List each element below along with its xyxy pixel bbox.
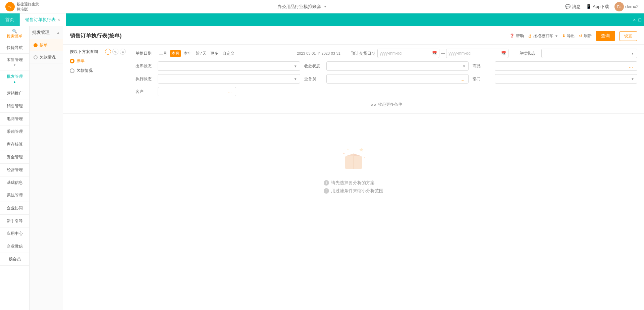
scheme-item-anpai[interactable]: 按单 — [70, 57, 126, 64]
collapse-scheme-btn[interactable]: « — [120, 49, 126, 55]
goods-dots[interactable]: ... — [628, 63, 634, 69]
svg-point-5 — [364, 157, 365, 158]
filter-row-2: 出库状态 ▼ 收款状态 ▼ — [136, 61, 637, 71]
last7days-btn[interactable]: 近7天 — [195, 51, 208, 56]
order-status-dropdown-icon: ▼ — [631, 52, 634, 55]
print-btn[interactable]: 🖨 按模板打印 ▼ — [528, 33, 558, 39]
sidebar-item-basic[interactable]: 基础信息 — [0, 176, 29, 189]
message-icon: 💬 — [565, 4, 571, 9]
sub-sidebar-collapse-icon[interactable]: ▲ — [56, 31, 60, 35]
sidebar-item-newuser[interactable]: 新手引导 — [0, 215, 29, 227]
order-status-label: 单据状态 — [519, 51, 539, 56]
tab-nav: 首页 销售订单执行表 × × □ — [0, 13, 644, 26]
sidebar-item-purchase[interactable]: 采购管理 — [0, 125, 29, 138]
sidebar-item-member[interactable]: 畅会员 — [0, 253, 29, 266]
svg-point-6 — [347, 149, 348, 150]
date-label: 单据日期 — [136, 51, 156, 56]
sidebar-item-enterprise[interactable]: 企业协同 — [0, 202, 29, 215]
date-to-input[interactable]: yyyy-mm-dd 📅 — [446, 49, 508, 58]
more-btn[interactable]: 更多 — [209, 51, 220, 56]
calendar-icon-2: 📅 — [501, 51, 506, 56]
content-area: 销售订单执行表(按单) ❓ 帮助 🖨 按模板打印 ▼ ⬇ 导出 — [63, 26, 644, 310]
collapse-filter-btn[interactable]: ∧∧ 收起更多条件 — [136, 100, 637, 109]
industry-selector[interactable]: 办公用品行业模拟账套 ▼ — [277, 4, 327, 10]
add-scheme-btn[interactable]: + — [105, 49, 111, 55]
filter-salesman-field: 业务员 ... — [304, 74, 469, 84]
qiankuan-icon — [34, 55, 38, 59]
page-content: 销售订单执行表(按单) ❓ 帮助 🖨 按模板打印 ▼ ⬇ 导出 — [63, 26, 644, 310]
this-month-btn[interactable]: 本月 — [170, 50, 181, 57]
tab-sales-exec[interactable]: 销售订单执行表 × — [20, 13, 66, 26]
scheme-item-qiankuan[interactable]: 欠款情况 — [70, 67, 126, 74]
filter-date-field: 单据日期 上月 本月 本年 近7天 更多 自定义 — [136, 50, 293, 57]
avatar: Ea — [614, 2, 624, 11]
tab-home[interactable]: 首页 — [0, 13, 20, 26]
sidebar-item-appstore[interactable]: 应用中心 — [0, 227, 29, 240]
dept-select[interactable]: ▼ — [495, 74, 637, 84]
filter-fields: 单据日期 上月 本月 本年 近7天 更多 自定义 2023-03-01 至 20… — [130, 49, 637, 109]
download-icon: 📱 — [586, 4, 591, 9]
search-icon: 🔍 — [12, 29, 17, 34]
sidebar-item-system[interactable]: 系统管理 — [0, 189, 29, 202]
tab-close-btn[interactable]: × — [633, 17, 636, 22]
sidebar-item-marketing[interactable]: 营销推广 — [0, 87, 29, 100]
export-icon: ⬇ — [562, 34, 566, 38]
setting-btn[interactable]: 设置 — [619, 31, 637, 41]
print-dropdown-icon: ▼ — [555, 34, 558, 38]
ship-status-select[interactable]: ▼ — [158, 61, 300, 71]
customer-dots[interactable]: ... — [226, 89, 233, 94]
customer-select[interactable]: ... — [158, 87, 236, 96]
tip-num-2: 2 — [324, 188, 329, 194]
filter-order-status-field: 单据状态 ▼ — [519, 49, 637, 58]
filter-customer-field: 客户 ... — [136, 87, 236, 96]
user-menu[interactable]: Ea demo2 — [614, 2, 639, 11]
sidebar-item-inventory[interactable]: 库存核算 — [0, 138, 29, 151]
filter-row-4: 客户 ... — [136, 87, 637, 96]
page-title: 销售订单执行表(按单) — [70, 33, 122, 40]
sidebar-item-sales[interactable]: 销售管理 — [0, 100, 29, 113]
date-from-input[interactable]: yyyy-mm-dd 📅 — [377, 49, 440, 58]
filter-scheme-header: 按以下方案查询 + ✎ « — [70, 49, 126, 55]
empty-tip-1: 1 请先选择要分析的方案 — [324, 180, 383, 186]
query-btn[interactable]: 查询 — [596, 31, 615, 41]
message-btn[interactable]: 💬 消息 — [565, 4, 581, 10]
this-year-btn[interactable]: 本年 — [182, 51, 193, 56]
sub-sidebar-item-anpai[interactable]: 按单 — [30, 39, 63, 51]
sidebar-item-finance[interactable]: 资金管理 — [0, 151, 29, 164]
tab-close-icon[interactable]: × — [58, 17, 60, 22]
sidebar-item-ecommerce[interactable]: 电商管理 — [0, 113, 29, 125]
refresh-btn[interactable]: ↺ 刷新 — [579, 33, 592, 39]
custom-btn[interactable]: 自定义 — [221, 51, 236, 56]
order-status-select[interactable]: ▼ — [541, 49, 637, 58]
payment-status-label: 收款状态 — [304, 63, 324, 69]
date-range-display: 2023-03-01 至 2023-03-31 — [297, 51, 340, 56]
sub-sidebar-item-qiankuan[interactable]: 欠款情况 — [30, 51, 63, 63]
sidebar-search[interactable]: 🔍 搜索菜单 — [0, 26, 29, 42]
sidebar-item-wholesale[interactable]: 批发管理 ▲ — [0, 70, 29, 87]
tab-maximize-btn[interactable]: □ — [639, 17, 641, 22]
payment-status-select[interactable]: ▼ — [326, 61, 469, 71]
sidebar-item-retail[interactable]: 零售管理 ▼ — [0, 54, 29, 70]
sub-sidebar-header: 批发管理 ▲ — [30, 26, 63, 39]
sidebar-item-wechat[interactable]: 企业微信 — [0, 240, 29, 253]
filter-exec-status-field: 执行状态 ▼ — [136, 74, 300, 84]
sidebar-item-business[interactable]: 经营管理 — [0, 164, 29, 176]
filter-scheme-actions: + ✎ « — [105, 49, 126, 55]
salesman-dots[interactable]: ... — [459, 76, 466, 82]
exec-status-select[interactable]: ▼ — [158, 74, 300, 84]
home-tab-label: 首页 — [5, 17, 14, 23]
page-header: 销售订单执行表(按单) ❓ 帮助 🖨 按模板打印 ▼ ⬇ 导出 — [63, 26, 644, 45]
expected-date-label: 预计交货日期 — [351, 51, 375, 56]
goods-select[interactable]: ... — [495, 61, 637, 71]
refresh-icon: ↺ — [579, 34, 582, 38]
sidebar-quick-nav[interactable]: 快捷导航 — [0, 42, 29, 54]
edit-scheme-btn[interactable]: ✎ — [112, 49, 118, 55]
last-month-btn[interactable]: 上月 — [158, 51, 168, 56]
app-download-btn[interactable]: 📱 App下载 — [586, 4, 609, 10]
main-layout: 🔍 搜索菜单 快捷导航 零售管理 ▼ 批发管理 ▲ 营销推广 销售管理 电商管理… — [0, 26, 644, 310]
scheme-dot-active — [70, 59, 74, 63]
payment-dropdown-icon: ▼ — [462, 64, 466, 68]
help-btn[interactable]: ❓ 帮助 — [509, 33, 524, 39]
salesman-select[interactable]: ... — [326, 74, 469, 84]
export-btn[interactable]: ⬇ 导出 — [562, 33, 575, 39]
